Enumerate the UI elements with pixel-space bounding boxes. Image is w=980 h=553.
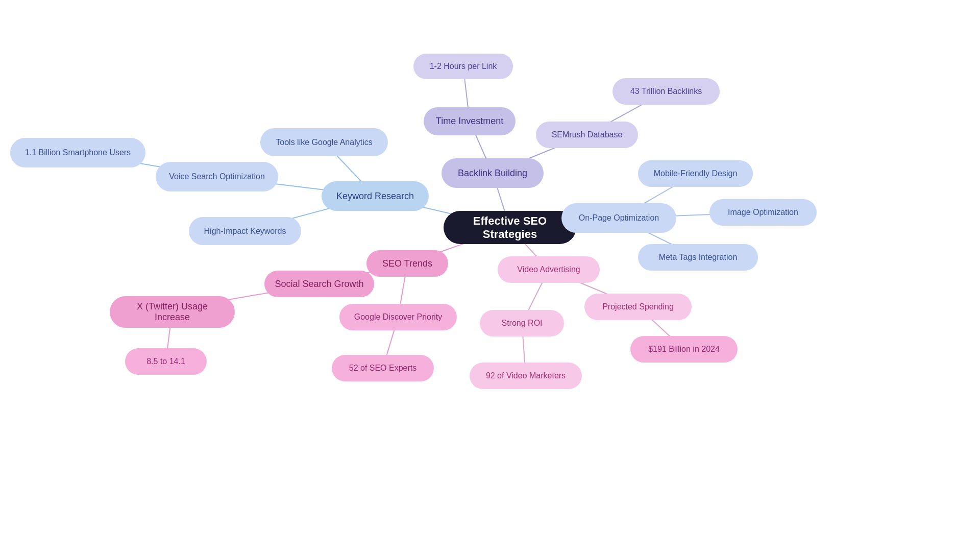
node-twitter-usage[interactable]: X (Twitter) Usage Increase — [110, 296, 235, 328]
node-92-video[interactable]: 92 of Video Marketers — [470, 363, 582, 389]
node-on-page-opt[interactable]: On-Page Optimization — [561, 203, 676, 233]
node-85-141[interactable]: 8.5 to 14.1 — [125, 348, 207, 375]
connections-layer — [0, 0, 980, 553]
node-social-search[interactable]: Social Search Growth — [264, 271, 374, 297]
node-strong-roi[interactable]: Strong ROI — [480, 310, 564, 336]
node-google-discover[interactable]: Google Discover Priority — [339, 304, 457, 330]
node-high-impact[interactable]: High-Impact Keywords — [189, 217, 301, 245]
node-meta-tags[interactable]: Meta Tags Integration — [638, 244, 758, 271]
node-projected-spending[interactable]: Projected Spending — [584, 294, 692, 320]
node-mobile-friendly[interactable]: Mobile-Friendly Design — [638, 160, 753, 187]
node-191-billion[interactable]: $191 Billion in 2024 — [630, 336, 738, 363]
node-center[interactable]: Effective SEO Strategies — [444, 211, 576, 244]
node-52-seo-experts[interactable]: 52 of SEO Experts — [332, 355, 434, 381]
node-video-advertising[interactable]: Video Advertising — [498, 256, 600, 283]
node-seo-trends[interactable]: SEO Trends — [366, 250, 448, 277]
node-tools-google[interactable]: Tools like Google Analytics — [260, 128, 388, 156]
node-keyword-research[interactable]: Keyword Research — [322, 181, 429, 211]
node-hours-per-link[interactable]: 1-2 Hours per Link — [413, 54, 513, 79]
node-backlink-building[interactable]: Backlink Building — [442, 158, 544, 188]
node-43-trillion[interactable]: 43 Trillion Backlinks — [612, 78, 720, 105]
node-smartphone-users[interactable]: 1.1 Billion Smartphone Users — [10, 138, 145, 167]
node-voice-search[interactable]: Voice Search Optimization — [156, 162, 278, 191]
node-semrush-db[interactable]: SEMrush Database — [536, 122, 638, 148]
node-time-investment[interactable]: Time Investment — [424, 107, 516, 135]
node-image-opt[interactable]: Image Optimization — [709, 199, 817, 226]
mind-map: Effective SEO StrategiesKeyword Research… — [0, 0, 980, 553]
